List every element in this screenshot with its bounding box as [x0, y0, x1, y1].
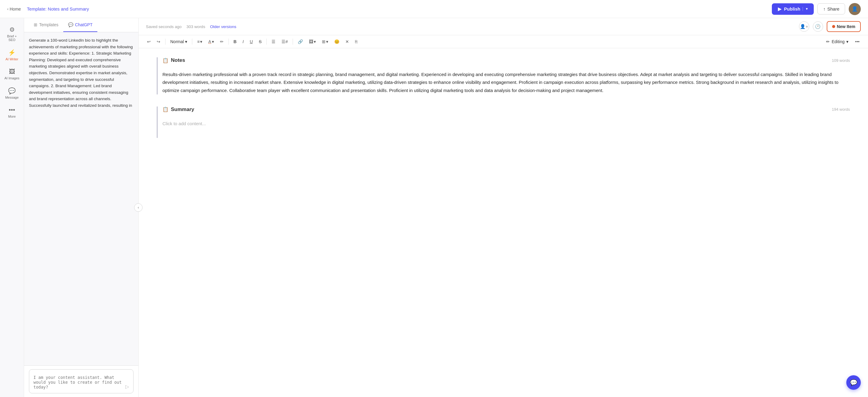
sidebar-label-ai-images: AI Images	[4, 76, 20, 80]
clear-format-icon: ✕	[345, 39, 349, 44]
sidebar-label-brief-seo: Brief + SEO	[4, 34, 20, 41]
copy-button[interactable]: ⎘	[352, 38, 360, 46]
chat-input-area: ▷	[24, 365, 138, 397]
clear-format-button[interactable]: ✕	[343, 38, 351, 46]
chatgpt-bubble-icon: 💬	[68, 22, 73, 27]
notes-section-title: Notes	[171, 57, 185, 63]
gear-icon: ⚙	[9, 26, 15, 33]
publish-label: Publish	[784, 6, 800, 11]
highlight-button[interactable]: ✏	[218, 38, 226, 46]
align-chevron-icon: ▾	[200, 39, 202, 44]
undo-button[interactable]: ↩	[145, 38, 153, 46]
older-versions-link[interactable]: Older versions	[210, 24, 236, 29]
table-icon: ⊞	[322, 39, 326, 44]
home-link[interactable]: ‹ Home	[7, 7, 21, 11]
emoji-icon: 😊	[334, 39, 339, 44]
toolbar-separator-3	[228, 38, 229, 45]
text-color-button[interactable]: A ▾	[206, 38, 216, 46]
clock-icon-btn[interactable]: 🕐	[813, 22, 823, 32]
link-button[interactable]: 🔗	[296, 38, 305, 46]
share-label: Share	[827, 6, 839, 11]
sidebar-label-message: Message	[5, 96, 19, 99]
summary-section-header: 📋 Summary 194 words	[162, 107, 850, 115]
publish-arrow-icon: ▶	[778, 6, 781, 12]
editing-chevron-icon: ▾	[846, 39, 848, 44]
tab-chatgpt[interactable]: 💬 ChatGPT	[63, 18, 97, 32]
underline-button[interactable]: U	[247, 38, 255, 46]
notes-word-count: 109 words	[832, 58, 850, 63]
highlight-icon: ✏	[220, 39, 224, 44]
saved-status: Saved seconds ago	[146, 24, 182, 29]
tab-chatgpt-label: ChatGPT	[75, 22, 93, 27]
main-layout: ⚙ Brief + SEO ⚡ AI Writer 🖼 AI Images 💬 …	[0, 18, 868, 397]
user-avatar[interactable]: 👤	[849, 3, 861, 15]
bullet-list-icon: ☰	[272, 39, 276, 44]
share-button[interactable]: ↑ Share	[817, 3, 845, 15]
sidebar-item-ai-images[interactable]: 🖼 AI Images	[1, 65, 23, 83]
chat-bubble-button[interactable]: 💬	[846, 375, 861, 390]
table-button[interactable]: ⊞ ▾	[319, 38, 331, 46]
lightning-icon: ⚡	[8, 49, 16, 56]
sidebar-item-message[interactable]: 💬 Message	[1, 84, 23, 102]
italic-icon: I	[243, 39, 244, 44]
chat-bubble-icon: 💬	[850, 379, 858, 386]
toolbar-separator-1	[165, 38, 165, 45]
summary-section-border: 📋 Summary 194 words Click to add content…	[157, 107, 850, 138]
templates-grid-icon: ⊞	[34, 22, 37, 27]
ordered-list-button[interactable]: ☰#	[279, 38, 290, 46]
new-item-label: New Item	[837, 24, 855, 29]
message-icon: 💬	[8, 87, 16, 94]
notes-content[interactable]: Results-driven marketing professional wi…	[162, 70, 850, 94]
image-icon: 🖼	[9, 68, 15, 75]
tab-templates[interactable]: ⊞ Templates	[29, 18, 63, 32]
add-user-icon-btn[interactable]: 👤+	[799, 22, 809, 32]
summary-content[interactable]: Click to add content...	[162, 120, 850, 138]
top-nav-left: ‹ Home Template: Notes and Summary	[7, 6, 89, 11]
editor-top-bar: Saved seconds ago 303 words Older versio…	[138, 18, 868, 35]
notes-section-header: 📋 Notes 109 words	[162, 57, 850, 66]
summary-section-title: Summary	[171, 107, 194, 113]
italic-button[interactable]: I	[240, 38, 246, 46]
word-count: 303 words	[187, 24, 205, 29]
ordered-list-icon: ☰#	[281, 39, 288, 44]
new-item-button[interactable]: New Item	[827, 21, 861, 32]
new-item-dot	[832, 25, 835, 28]
tab-templates-label: Templates	[39, 22, 59, 27]
collapse-panel-button[interactable]: ‹	[134, 203, 143, 212]
toolbar-separator-2	[192, 38, 192, 45]
chat-input[interactable]	[33, 375, 123, 390]
image-chevron-icon: ▾	[314, 39, 316, 44]
link-icon: 🔗	[298, 39, 303, 44]
style-chevron-icon: ▾	[185, 39, 187, 44]
bullet-list-button[interactable]: ☰	[269, 38, 278, 46]
align-button[interactable]: ≡ ▾	[195, 38, 205, 46]
emoji-button[interactable]: 😊	[332, 38, 342, 46]
style-dropdown[interactable]: Normal ▾	[168, 38, 190, 46]
sidebar-item-ai-writer[interactable]: ⚡ AI Writer	[1, 46, 23, 64]
editing-dropdown-button[interactable]: ✏ Editing ▾	[823, 38, 851, 46]
send-button[interactable]: ▷	[125, 384, 129, 390]
strikethrough-icon: S	[259, 39, 261, 44]
pencil-icon: ✏	[826, 39, 830, 44]
underline-icon: U	[250, 39, 253, 44]
home-label: Home	[10, 7, 21, 11]
copy-icon: ⎘	[355, 39, 358, 44]
top-nav: ‹ Home Template: Notes and Summary ▶ Pub…	[0, 0, 868, 18]
publish-button[interactable]: ▶ Publish ▾	[772, 3, 814, 15]
summary-section: 📋 Summary 194 words Click to add content…	[157, 107, 850, 138]
notes-section: 📋 Notes 109 words Results-driven marketi…	[157, 57, 850, 94]
bold-button[interactable]: B	[231, 38, 239, 46]
sidebar-item-brief-seo[interactable]: ⚙ Brief + SEO	[1, 23, 23, 45]
notes-section-icon: 📋	[162, 58, 168, 63]
more-options-button[interactable]: •••	[852, 38, 862, 46]
strikethrough-button[interactable]: S	[256, 38, 264, 46]
text-color-chevron-icon: ▾	[212, 39, 214, 44]
image-button[interactable]: 🖼 ▾	[307, 38, 318, 46]
sidebar-label-ai-writer: AI Writer	[5, 57, 19, 61]
align-icon: ≡	[197, 39, 199, 44]
chat-input-wrapper: ▷	[29, 369, 133, 393]
chevron-left-icon: ‹	[7, 7, 8, 11]
redo-button[interactable]: ↪	[154, 38, 163, 46]
sidebar-label-more: More	[8, 115, 16, 118]
sidebar-item-more[interactable]: ••• More	[1, 104, 23, 121]
